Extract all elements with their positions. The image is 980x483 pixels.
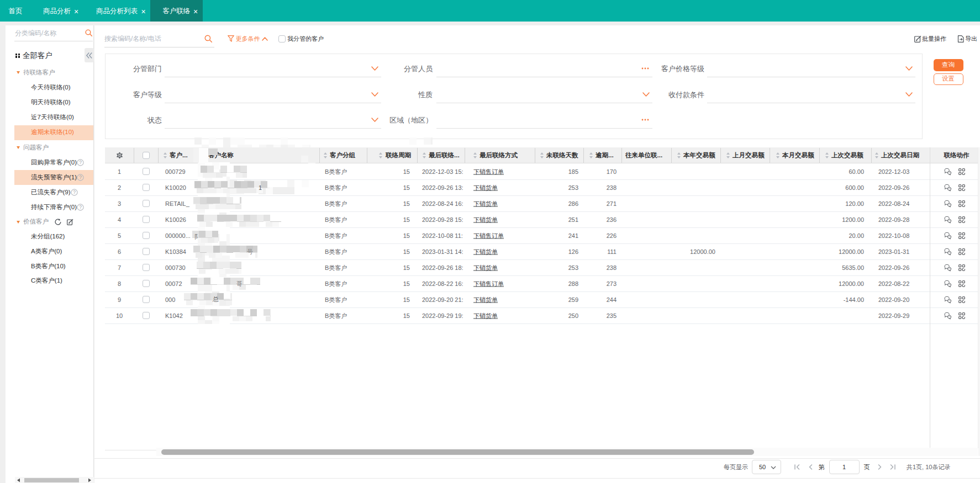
svg-text:?: ?: [73, 189, 76, 195]
svg-text:?: ?: [79, 160, 82, 165]
svg-text:?: ?: [79, 204, 82, 210]
svg-text:?: ?: [79, 174, 82, 180]
